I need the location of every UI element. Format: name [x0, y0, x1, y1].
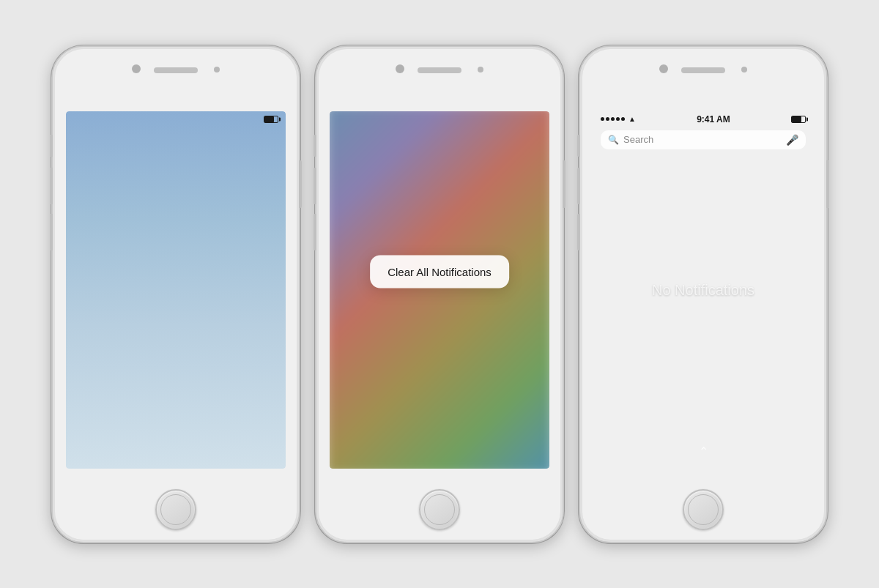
status-right-1 [264, 116, 278, 123]
dot-3-4 [616, 117, 620, 121]
power-button-2 [563, 160, 565, 208]
search-bar-3[interactable]: 🔍 Search 🎤 [601, 130, 806, 149]
status-bar-3: ▲ 9:41 AM [593, 111, 813, 127]
wifi-icon-3: ▲ [628, 115, 636, 123]
power-button-3 [826, 160, 829, 208]
volume-up-button-3 [577, 168, 580, 204]
battery-icon-3 [791, 116, 806, 123]
camera-3 [659, 64, 668, 73]
screen-3: ▲ 9:41 AM 🔍 Search 🎤 No Notific [593, 111, 813, 469]
home-button-3[interactable] [683, 489, 724, 530]
camera-2 [396, 64, 404, 73]
signal-dots-3 [601, 117, 625, 121]
power-button [299, 160, 302, 208]
clear-all-popup[interactable]: Clear All Notifications [370, 256, 509, 289]
phone-body-2: Clear All Notifications [315, 45, 564, 543]
volume-down-button-2 [314, 214, 316, 250]
notification-background [66, 111, 286, 469]
dot-3-1 [601, 117, 604, 121]
sensor [214, 67, 220, 72]
search-icon-3: 🔍 [608, 135, 619, 145]
phone-body-1: ▲ 9:41 AM 🔍 Search 🎤 [51, 45, 300, 543]
sensor-3 [741, 67, 747, 72]
swipe-hint-3: ⌃ [593, 440, 813, 463]
swipe-chevron-icon-3: ⌃ [699, 444, 708, 458]
mute-switch-2 [314, 135, 316, 157]
speaker-2 [418, 67, 461, 73]
speaker [154, 67, 198, 73]
blurred-background-2 [330, 111, 549, 469]
volume-down-button [50, 214, 53, 250]
search-placeholder-3: Search [623, 134, 782, 145]
mute-switch [50, 135, 53, 157]
no-notifications-label: No Notifications [652, 281, 754, 298]
status-time-3: 9:41 AM [697, 114, 730, 124]
phone-no-notifications: ▲ 9:41 AM 🔍 Search 🎤 No Notific [579, 45, 828, 543]
dot-3-3 [611, 117, 615, 121]
dot-3-5 [621, 117, 625, 121]
battery-fill-1 [264, 116, 274, 122]
phone-clear-all: Clear All Notifications [315, 45, 564, 543]
volume-up-button-2 [314, 168, 316, 204]
mic-icon-3[interactable]: 🎤 [786, 134, 798, 146]
mute-switch-3 [577, 135, 580, 157]
battery-icon-1 [264, 116, 278, 123]
phone-body-3: ▲ 9:41 AM 🔍 Search 🎤 No Notific [579, 45, 828, 543]
sensor-2 [478, 67, 483, 72]
camera [132, 64, 141, 73]
status-left-3: ▲ [601, 115, 636, 123]
screen-2: Clear All Notifications [330, 111, 549, 469]
dot-3-2 [606, 117, 609, 121]
home-button-2[interactable] [419, 489, 460, 530]
home-button-1[interactable] [155, 489, 196, 530]
volume-down-button-3 [577, 214, 580, 250]
status-right-3 [791, 116, 806, 123]
volume-up-button [50, 168, 53, 204]
speaker-3 [681, 67, 725, 73]
battery-fill-3 [792, 116, 801, 122]
screen-1: ▲ 9:41 AM 🔍 Search 🎤 [66, 111, 286, 469]
phone-notifications: ▲ 9:41 AM 🔍 Search 🎤 [51, 45, 300, 543]
